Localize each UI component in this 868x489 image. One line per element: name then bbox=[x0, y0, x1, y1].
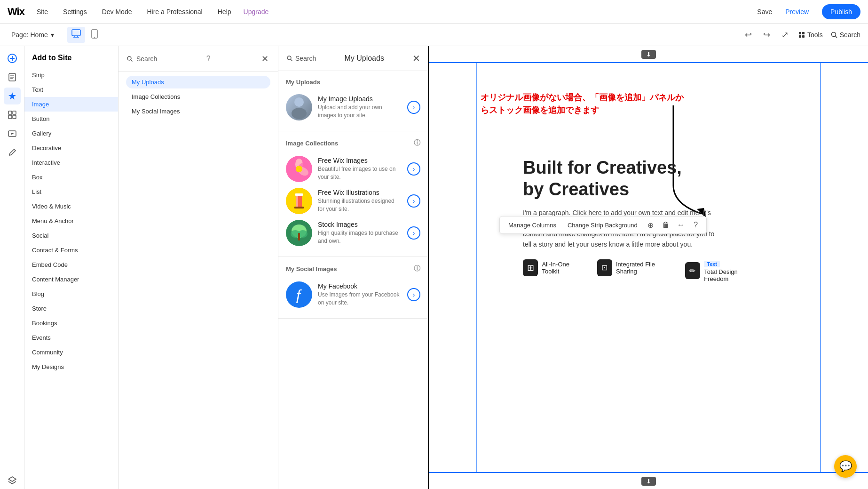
svg-point-36 bbox=[296, 166, 302, 172]
my-facebook-item[interactable]: ƒ My Facebook Use images from your Faceb… bbox=[286, 279, 420, 311]
canvas-download-top-button[interactable]: ⬇ bbox=[641, 50, 656, 59]
free-wix-images-arrow[interactable]: › bbox=[407, 162, 420, 176]
nav-upgrade[interactable]: Upgrade bbox=[244, 8, 269, 16]
apps-button[interactable] bbox=[4, 106, 21, 123]
panel-item-gallery[interactable]: Gallery bbox=[24, 126, 118, 141]
free-wix-illustrations-item[interactable]: Free Wix Illustrations Stunning illustra… bbox=[286, 185, 420, 217]
svg-rect-7 bbox=[802, 32, 805, 34]
panel-item-box[interactable]: Box bbox=[24, 170, 118, 184]
media-close-button[interactable]: ✕ bbox=[412, 53, 420, 64]
manage-columns-button[interactable]: Manage Columns bbox=[504, 220, 561, 231]
publish-button[interactable]: Publish bbox=[822, 4, 860, 19]
social-images-info-icon[interactable]: ⓘ bbox=[414, 265, 420, 273]
my-facebook-thumb: ƒ bbox=[286, 281, 312, 308]
my-image-uploads-item[interactable]: My Image Uploads Upload and add your own… bbox=[286, 91, 420, 123]
add-elements-button[interactable] bbox=[4, 50, 21, 67]
redo-button[interactable]: ↪ bbox=[761, 28, 772, 42]
context-trash-icon[interactable]: 🗑 bbox=[659, 218, 672, 232]
panel-item-interactive[interactable]: Interactive bbox=[24, 155, 118, 170]
mobile-view-button[interactable] bbox=[87, 27, 102, 43]
subpanel-search-button[interactable]: Search bbox=[126, 55, 157, 63]
media-button[interactable] bbox=[4, 125, 21, 142]
svg-point-31 bbox=[292, 108, 307, 119]
panel-item-button[interactable]: Button bbox=[24, 112, 118, 126]
panel-item-list[interactable]: List bbox=[24, 184, 118, 199]
save-button[interactable]: Save bbox=[757, 8, 772, 16]
panel-item-menu-anchor[interactable]: Menu & Anchor bbox=[24, 214, 118, 228]
free-wix-images-item[interactable]: Free Wix Images Beautiful free images to… bbox=[286, 153, 420, 185]
context-resize-icon[interactable]: ↔ bbox=[674, 218, 687, 232]
media-search-button[interactable]: Search bbox=[286, 55, 316, 62]
chat-button[interactable]: 💬 bbox=[834, 455, 857, 478]
panel-item-decorative[interactable]: Decorative bbox=[24, 141, 118, 155]
context-help-icon[interactable]: ? bbox=[689, 218, 702, 232]
context-move-icon[interactable]: ⊕ bbox=[644, 218, 657, 232]
stock-images-arrow[interactable]: › bbox=[407, 226, 420, 240]
context-toolbar: Manage Columns Change Strip Background ⊕… bbox=[499, 216, 707, 234]
svg-point-30 bbox=[294, 97, 304, 107]
panel-item-bookings[interactable]: Bookings bbox=[24, 316, 118, 330]
free-wix-illustrations-title: Free Wix Illustrations bbox=[318, 189, 402, 196]
panel-item-social[interactable]: Social bbox=[24, 228, 118, 243]
nav-help[interactable]: Help bbox=[215, 6, 234, 17]
my-uploads-section: My Uploads My Image Uploads Upload and a… bbox=[278, 71, 428, 131]
panel-item-my-designs[interactable]: My Designs bbox=[24, 360, 118, 374]
tab-my-social-images[interactable]: My Social Images bbox=[126, 105, 270, 118]
svg-rect-22 bbox=[13, 115, 16, 119]
stock-images-item[interactable]: Stock Images High quality images to purc… bbox=[286, 217, 420, 249]
change-strip-background-button[interactable]: Change Strip Background bbox=[563, 220, 642, 231]
canvas-right-guideline bbox=[820, 63, 821, 472]
page-selector[interactable]: Page: Home ▾ bbox=[8, 29, 58, 40]
nav-devmode[interactable]: Dev Mode bbox=[99, 6, 135, 17]
pages-button[interactable] bbox=[4, 69, 21, 86]
panel-item-events[interactable]: Events bbox=[24, 330, 118, 345]
subpanel-help-button[interactable]: ? bbox=[205, 53, 213, 65]
layers-button[interactable] bbox=[4, 472, 21, 489]
subpanel-tabs: My Uploads Image Collections My Social I… bbox=[118, 72, 278, 121]
panel-item-strip[interactable]: Strip bbox=[24, 68, 118, 82]
free-wix-images-info: Free Wix Images Beautiful free images to… bbox=[318, 157, 402, 181]
tab-image-collections[interactable]: Image Collections bbox=[126, 90, 270, 103]
panel-item-text[interactable]: Text bbox=[24, 82, 118, 97]
panel-item-store[interactable]: Store bbox=[24, 301, 118, 316]
nav-settings[interactable]: Settings bbox=[60, 6, 90, 17]
svg-point-28 bbox=[287, 56, 291, 60]
nav-hire[interactable]: Hire a Professional bbox=[144, 6, 205, 17]
preview-button[interactable]: Preview bbox=[785, 8, 809, 16]
svg-rect-21 bbox=[8, 115, 12, 119]
fullscreen-button[interactable]: ⤢ bbox=[780, 28, 790, 42]
panel-item-content-manager[interactable]: Content Manager bbox=[24, 272, 118, 287]
stock-images-desc: High quality images to purchase and own. bbox=[318, 229, 402, 245]
panel-item-image[interactable]: Image bbox=[24, 97, 118, 112]
canvas-bottom-bar: ⬇ bbox=[429, 472, 868, 489]
tab-my-uploads[interactable]: My Uploads bbox=[126, 76, 270, 88]
image-collections-title: Image Collections ⓘ bbox=[286, 139, 420, 147]
panel-item-video-music[interactable]: Video & Music bbox=[24, 199, 118, 214]
svg-line-11 bbox=[835, 36, 837, 38]
canvas-download-bottom-button[interactable]: ⬇ bbox=[641, 477, 656, 486]
subpanel-close-button[interactable]: ✕ bbox=[260, 52, 270, 66]
desktop-view-button[interactable] bbox=[67, 27, 85, 43]
panel-item-blog[interactable]: Blog bbox=[24, 287, 118, 301]
free-wix-images-desc: Beautiful free images to use on your sit… bbox=[318, 165, 402, 181]
my-uploads-arrow[interactable]: › bbox=[407, 101, 420, 114]
tools-label: Tools bbox=[807, 31, 823, 39]
undo-button[interactable]: ↩ bbox=[743, 28, 754, 42]
page-selector-label: Page: Home bbox=[11, 31, 48, 39]
svg-point-5 bbox=[94, 37, 95, 38]
svg-rect-19 bbox=[8, 111, 12, 114]
nav-site[interactable]: Site bbox=[34, 6, 51, 17]
pen-button[interactable] bbox=[4, 144, 21, 161]
design-button[interactable] bbox=[4, 88, 21, 104]
svg-line-27 bbox=[131, 60, 133, 62]
social-images-title: My Social Images ⓘ bbox=[286, 265, 420, 273]
image-collections-info-icon[interactable]: ⓘ bbox=[414, 139, 420, 147]
panel-item-embed-code[interactable]: Embed Code bbox=[24, 257, 118, 272]
svg-rect-40 bbox=[296, 194, 298, 208]
tools-button[interactable]: Tools bbox=[798, 31, 823, 39]
panel-item-community[interactable]: Community bbox=[24, 345, 118, 360]
header-search-button[interactable]: Search bbox=[830, 31, 860, 39]
free-wix-illustrations-arrow[interactable]: › bbox=[407, 194, 420, 208]
my-facebook-arrow[interactable]: › bbox=[407, 288, 420, 301]
panel-item-contact-forms[interactable]: Contact & Forms bbox=[24, 243, 118, 257]
